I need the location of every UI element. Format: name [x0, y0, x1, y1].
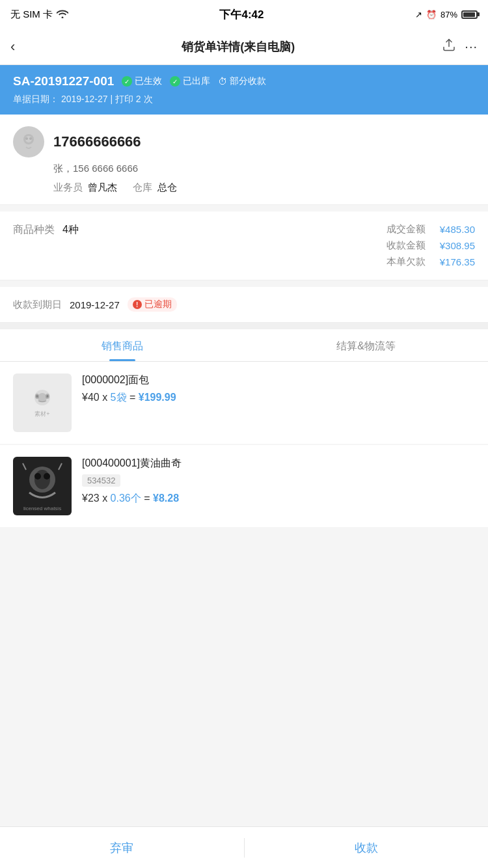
svg-point-9: [47, 395, 49, 398]
product-image-icon-2: licensed whatsis: [13, 457, 72, 515]
product-image-1: 素材+: [13, 373, 72, 432]
order-header-top: SA-20191227-001 ✓ 已生效 ✓ 已出库 ⏱ 部分收款: [13, 74, 475, 88]
collection-label: 收款金额: [386, 239, 432, 252]
confirm-button[interactable]: 收款: [245, 827, 489, 868]
nav-actions: ···: [442, 38, 478, 55]
product-price-row-2: ¥23 x 0.36个 = ¥8.28: [82, 492, 475, 506]
svg-text:素材+: 素材+: [34, 411, 49, 417]
stats-grid: 商品种类 4种 成交金额 ¥485.30 收款金额 ¥308.95 本单欠款 ¥…: [13, 223, 475, 268]
product-name-2: [000400001]黄油曲奇: [82, 457, 475, 470]
meta-date-value: 2019-12-27: [61, 94, 108, 104]
sales-field: 业务员 曾凡杰: [53, 182, 117, 194]
svg-point-2: [25, 137, 28, 140]
svg-text:licensed whatsis: licensed whatsis: [23, 506, 61, 511]
customer-info: 张，156 6666 6666: [13, 163, 475, 175]
products-section: 素材+ [0000002]面包 ¥40 x 5袋 = ¥199.99: [0, 362, 488, 527]
category-label: 商品种类: [13, 223, 55, 237]
product-info-2: [000400001]黄油曲奇 534532 ¥23 x 0.36个 = ¥8.…: [82, 457, 475, 506]
product-image-2: licensed whatsis: [13, 457, 72, 515]
order-header: SA-20191227-001 ✓ 已生效 ✓ 已出库 ⏱ 部分收款 单据日期：…: [0, 65, 488, 115]
collection-row: 收款金额 ¥308.95: [386, 239, 475, 252]
clock-icon: ⏱: [218, 76, 227, 87]
product-card-2: licensed whatsis [000400001]黄油曲奇 534532 …: [0, 445, 488, 527]
product-info-1: [0000002]面包 ¥40 x 5袋 = ¥199.99: [82, 373, 475, 405]
transaction-label: 成交金额: [386, 223, 432, 236]
svg-point-8: [36, 395, 38, 398]
status-right: ↗ ⏰ 87%: [415, 10, 478, 20]
battery-icon: [461, 10, 478, 19]
stats-left: 商品种类 4种: [13, 223, 79, 237]
warehouse-label: 仓库: [133, 182, 152, 194]
svg-point-15: [44, 473, 50, 480]
bottom-bar: 弃审 收款: [0, 826, 488, 868]
collection-value: ¥308.95: [440, 240, 475, 251]
status-left: 无 SIM 卡: [10, 8, 68, 21]
product-total-1: ¥199.99: [139, 392, 176, 403]
debt-value: ¥176.35: [440, 256, 475, 267]
page-title: 销货单详情(来自电脑): [34, 39, 442, 55]
sales-value: 曾凡杰: [88, 182, 117, 194]
sales-label: 业务员: [53, 182, 83, 194]
avatar-icon: [20, 133, 38, 151]
status-bar: 无 SIM 卡 下午4:42 ↗ ⏰ 87%: [0, 0, 488, 29]
tab-sales-products[interactable]: 销售商品: [0, 329, 244, 361]
stats-right: 成交金额 ¥485.30 收款金额 ¥308.95 本单欠款 ¥176.35: [386, 223, 475, 268]
customer-row: 业务员 曾凡杰 仓库 总仓: [13, 182, 475, 194]
product-price-2: ¥23: [82, 493, 100, 504]
meta-separator: |: [110, 94, 115, 104]
product-qty-1: 5袋: [111, 392, 127, 403]
product-qty-2: 0.36个: [111, 493, 141, 504]
check-icon-1: ✓: [122, 76, 132, 87]
alarm-icon: ⏰: [426, 10, 437, 20]
product-price-1: ¥40: [82, 392, 100, 403]
due-label: 收款到期日: [13, 299, 62, 311]
back-button[interactable]: ‹: [10, 38, 34, 55]
product-total-2: ¥8.28: [153, 493, 179, 504]
debt-row: 本单欠款 ¥176.35: [386, 256, 475, 268]
warehouse-field: 仓库 总仓: [133, 182, 177, 194]
customer-top: 17666666666: [13, 126, 475, 157]
transaction-row: 成交金额 ¥485.30: [386, 223, 475, 236]
product-name-1: [0000002]面包: [82, 373, 475, 387]
status-effected: ✓ 已生效: [122, 75, 162, 87]
location-icon: ↗: [415, 10, 422, 20]
overdue-text: 已逾期: [144, 299, 172, 310]
tabs-section: 销售商品 结算&物流等: [0, 329, 488, 362]
check-icon-2: ✓: [170, 76, 180, 87]
overdue-icon: !: [133, 300, 142, 309]
stats-section: 商品种类 4种 成交金额 ¥485.30 收款金额 ¥308.95 本单欠款 ¥…: [0, 211, 488, 280]
transaction-value: ¥485.30: [440, 224, 475, 235]
product-card-1: 素材+ [0000002]面包 ¥40 x 5袋 = ¥199.99: [0, 362, 488, 444]
category-value: 4种: [62, 223, 79, 237]
due-section: 收款到期日 2019-12-27 ! 已逾期: [0, 287, 488, 323]
more-button[interactable]: ···: [465, 39, 478, 54]
status-shipped: ✓ 已出库: [170, 75, 210, 87]
tabs-row: 销售商品 结算&物流等: [0, 329, 488, 361]
cancel-button[interactable]: 弃审: [0, 827, 244, 868]
nav-bar: ‹ 销货单详情(来自电脑) ···: [0, 29, 488, 65]
carrier-text: 无 SIM 卡: [10, 8, 53, 21]
section-divider: [0, 323, 488, 329]
customer-avatar: [13, 126, 44, 157]
overdue-badge: ! 已逾期: [128, 297, 177, 312]
meta-print: 打印 2 次: [115, 94, 153, 104]
warehouse-value: 总仓: [157, 182, 177, 194]
battery-percent: 87%: [441, 10, 457, 20]
status-time: 下午4:42: [219, 7, 264, 22]
product-price-row-1: ¥40 x 5袋 = ¥199.99: [82, 391, 475, 405]
svg-point-14: [34, 473, 41, 480]
due-date: 2019-12-27: [70, 299, 120, 310]
tab-settlement[interactable]: 结算&物流等: [244, 329, 488, 361]
svg-point-13: [34, 470, 50, 489]
svg-point-3: [29, 137, 32, 140]
customer-section: 17666666666 张，156 6666 6666 业务员 曾凡杰 仓库 总…: [0, 115, 488, 205]
product-placeholder-icon: 素材+: [23, 383, 62, 422]
meta-date-label: 单据日期：: [13, 94, 59, 104]
product-sku-badge: 534532: [82, 474, 120, 487]
debt-label: 本单欠款: [386, 256, 432, 268]
share-button[interactable]: [442, 38, 457, 55]
order-meta: 单据日期： 2019-12-27 | 打印 2 次: [13, 94, 475, 105]
customer-name: 17666666666: [53, 133, 141, 150]
status-partial: ⏱ 部分收款: [218, 75, 266, 87]
wifi-icon: [57, 9, 68, 20]
